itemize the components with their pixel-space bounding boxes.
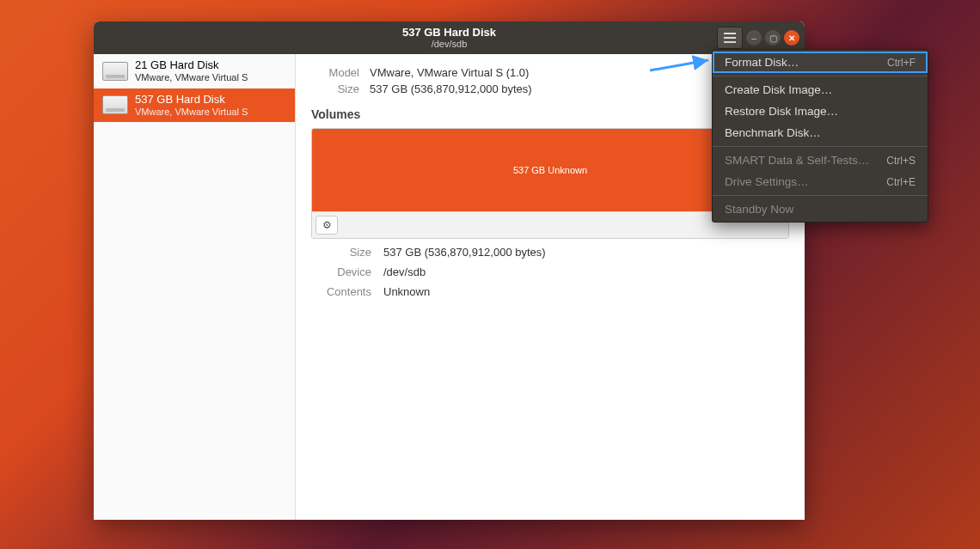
hamburger-menu-button[interactable] [717, 27, 743, 49]
disks-window: 537 GB Hard Disk /dev/sdb – ▢ ✕ 21 GB Ha… [94, 21, 805, 520]
disk-context-menu[interactable]: Format Disk…Ctrl+FCreate Disk Image…Rest… [712, 49, 928, 223]
close-button[interactable]: ✕ [784, 30, 799, 46]
menu-item-label: SMART Data & Self-Tests… [725, 154, 869, 167]
gear-icon: ⚙ [322, 219, 332, 231]
kv-vol-contents: Contents Unknown [311, 285, 789, 298]
disk-sub: VMware, VMware Virtual S [135, 72, 248, 83]
label-model: Model [311, 66, 359, 79]
volume-bar-text: 537 GB Unknown [513, 165, 587, 175]
window-title: 537 GB Hard Disk [402, 27, 496, 39]
disk-sidebar: 21 GB Hard Disk VMware, VMware Virtual S… [94, 54, 296, 520]
disk-labels: 537 GB Hard Disk VMware, VMware Virtual … [135, 94, 248, 118]
menu-item-label: Create Disk Image… [725, 83, 832, 96]
disk-name: 537 GB Hard Disk [135, 94, 248, 107]
window-body: 21 GB Hard Disk VMware, VMware Virtual S… [94, 54, 805, 520]
menu-item-shortcut: Ctrl+S [886, 155, 916, 167]
kv-vol-size: Size 537 GB (536,870,912,000 bytes) [311, 246, 789, 259]
value-size: 537 GB (536,870,912,000 bytes) [370, 82, 532, 95]
menu-item[interactable]: Create Disk Image… [713, 79, 928, 101]
menu-separator [713, 146, 928, 147]
hard-disk-icon [102, 62, 128, 81]
label-vol-size: Size [311, 246, 371, 259]
value-vol-device: /dev/sdb [383, 265, 426, 278]
menu-item: Drive Settings…Ctrl+E [713, 171, 928, 192]
menu-item[interactable]: Format Disk…Ctrl+F [713, 52, 928, 73]
disk-labels: 21 GB Hard Disk VMware, VMware Virtual S [135, 59, 248, 83]
disk-sub: VMware, VMware Virtual S [135, 107, 248, 118]
disk-name: 21 GB Hard Disk [135, 59, 248, 72]
label-vol-device: Device [311, 265, 371, 278]
sidebar-disk-item[interactable]: 21 GB Hard Disk VMware, VMware Virtual S [94, 54, 295, 88]
menu-separator [713, 195, 928, 196]
menu-item-shortcut: Ctrl+E [886, 176, 916, 188]
menu-item[interactable]: Restore Disk Image… [713, 101, 928, 122]
minimize-button[interactable]: – [746, 30, 762, 46]
value-model: VMware, VMware Virtual S (1.0) [370, 66, 529, 79]
menu-separator [713, 76, 928, 76]
menu-item-shortcut: Ctrl+F [887, 57, 916, 69]
window-subtitle: /dev/sdb [402, 39, 496, 49]
menu-item: SMART Data & Self-Tests…Ctrl+S [713, 149, 928, 171]
menu-item[interactable]: Benchmark Disk… [713, 122, 928, 143]
maximize-button[interactable]: ▢ [765, 30, 781, 46]
label-vol-contents: Contents [311, 285, 371, 298]
title-wrap: 537 GB Hard Disk /dev/sdb [402, 27, 496, 49]
menu-item: Standby Now [713, 198, 928, 220]
kv-vol-device: Device /dev/sdb [311, 265, 789, 278]
menu-item-label: Drive Settings… [725, 175, 809, 188]
menu-item-label: Restore Disk Image… [725, 105, 838, 118]
menu-item-label: Format Disk… [725, 56, 799, 69]
menu-item-label: Standby Now [725, 203, 793, 216]
value-vol-contents: Unknown [383, 285, 430, 298]
sidebar-disk-item-selected[interactable]: 537 GB Hard Disk VMware, VMware Virtual … [94, 88, 295, 123]
label-size: Size [311, 82, 359, 95]
menu-item-label: Benchmark Disk… [725, 126, 821, 139]
volume-options-button[interactable]: ⚙ [315, 216, 338, 235]
hard-disk-icon [102, 95, 128, 114]
value-vol-size: 537 GB (536,870,912,000 bytes) [383, 246, 546, 259]
titlebar: 537 GB Hard Disk /dev/sdb – ▢ ✕ [94, 21, 805, 54]
